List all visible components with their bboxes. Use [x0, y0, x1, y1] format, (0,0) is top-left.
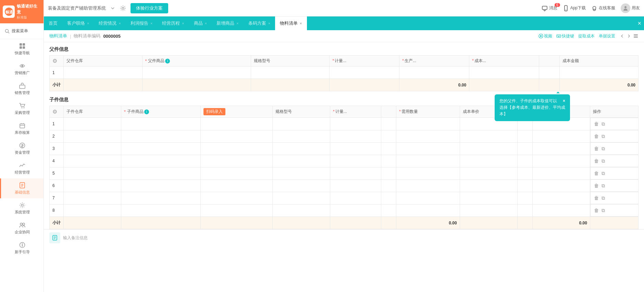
tab-goods-close[interactable]: ×: [205, 21, 207, 25]
sidebar-item-inventory[interactable]: 库存核算: [0, 119, 44, 139]
tab-business[interactable]: 经营情况 ×: [94, 16, 125, 30]
parent-goods-info-icon[interactable]: i: [165, 59, 170, 63]
sidebar-item-operations[interactable]: 经营管理: [0, 159, 44, 178]
tab-barcode-close[interactable]: ×: [268, 21, 270, 25]
sidebar-item-marketing[interactable]: 营销推广: [0, 59, 44, 79]
tab-new-goods[interactable]: 新增商品 ×: [212, 16, 243, 30]
parent-cell-cost[interactable]: [469, 67, 539, 79]
tab-business-close[interactable]: ×: [119, 21, 121, 25]
svg-rect-37: [634, 37, 638, 38]
gear-icon[interactable]: ⚙: [52, 58, 57, 64]
delete-btn-2[interactable]: 🗑: [593, 133, 599, 140]
parent-subtotal-label: 小计: [50, 79, 64, 91]
delete-btn-4[interactable]: 🗑: [593, 157, 599, 164]
user-btn[interactable]: 用友: [621, 3, 640, 13]
action-video[interactable]: 视频: [538, 33, 552, 39]
online-service-btn[interactable]: 在线客服: [591, 5, 615, 11]
child-col-scan: 扫码录入: [201, 106, 273, 118]
delete-btn-6[interactable]: 🗑: [593, 182, 599, 189]
child-gear-icon[interactable]: ⚙: [52, 109, 57, 115]
svg-point-11: [24, 107, 25, 108]
copy-btn-3[interactable]: ⧉: [601, 145, 606, 152]
app-logo[interactable]: 畅通 畅通诸好生意 标准版: [0, 0, 44, 23]
tab-customer[interactable]: 客户联络 ×: [62, 16, 94, 30]
copy-btn-4[interactable]: ⧉: [601, 157, 606, 165]
tab-bom-close[interactable]: ×: [300, 21, 302, 25]
tab-bar-close[interactable]: ×: [637, 20, 641, 27]
new-guide-icon: [19, 242, 26, 248]
sidebar-item-basic-info[interactable]: 基础信息: [0, 178, 44, 198]
action-extract-cost[interactable]: 提取成本: [578, 33, 595, 39]
dropdown-arrow-icon[interactable]: [110, 5, 115, 11]
settings-icon[interactable]: [120, 5, 126, 12]
breadcrumb-bom[interactable]: 物料清单: [49, 33, 67, 39]
main-content: 装备及固定资产辅助管理系统 体验行业方案 消息 6 App下载 在线客服: [44, 0, 644, 292]
list-view-icon[interactable]: [633, 33, 639, 39]
next-arrow-icon[interactable]: [626, 33, 632, 39]
child-cell-goods-1[interactable]: [121, 118, 201, 130]
child-table: ⚙ 子件仓库 *子件商品 i 扫码录入 规格型号: [49, 106, 639, 229]
child-cell-ops-1: 🗑 ⧉: [590, 118, 639, 130]
svg-rect-33: [559, 36, 560, 36]
action-single-setting[interactable]: 单据设置: [599, 33, 615, 39]
copy-btn-8[interactable]: ⧉: [601, 207, 606, 214]
tab-history-close[interactable]: ×: [182, 21, 184, 25]
copy-btn-1[interactable]: ⧉: [601, 120, 606, 128]
delete-btn-7[interactable]: 🗑: [593, 195, 599, 201]
parent-section-title: 父件信息: [49, 46, 639, 52]
delete-btn-8[interactable]: 🗑: [593, 207, 599, 214]
experience-btn[interactable]: 体验行业方案: [131, 3, 168, 13]
sidebar-item-enterprise[interactable]: 企业协同: [0, 218, 44, 238]
child-cell-warehouse-2[interactable]: [64, 130, 121, 142]
tab-home[interactable]: 首页: [44, 16, 62, 30]
delete-btn-3[interactable]: 🗑: [593, 145, 599, 152]
tab-barcode[interactable]: 条码方案 ×: [244, 16, 275, 30]
app-download-btn[interactable]: App下载: [563, 5, 586, 11]
sidebar-item-system[interactable]: 系统管理: [0, 198, 44, 218]
child-cell-warehouse-1[interactable]: [64, 118, 121, 130]
svg-rect-7: [23, 46, 25, 49]
tab-goods[interactable]: 商品 ×: [189, 16, 212, 30]
child-cell-unit-1[interactable]: [330, 118, 381, 130]
delete-btn-1[interactable]: 🗑: [593, 120, 599, 127]
prev-arrow-icon[interactable]: [619, 33, 625, 39]
tooltip-close-btn[interactable]: ×: [563, 98, 565, 104]
child-col-unit: *计量...: [330, 106, 381, 118]
child-cell-spec-1[interactable]: [272, 118, 330, 130]
parent-table-header: ⚙ 父件仓库 *父件商品 i 规格型号 *计量... *生产... *成本..: [50, 56, 639, 67]
sidebar-item-finance[interactable]: 资金管理: [0, 139, 44, 159]
enterprise-icon: [19, 222, 26, 229]
bottom-icon-btn[interactable]: [49, 232, 60, 243]
child-goods-info-icon[interactable]: i: [144, 109, 149, 114]
headset-icon: [591, 5, 597, 11]
child-cell-goods-2[interactable]: [121, 130, 201, 142]
parent-cell-unit[interactable]: [330, 67, 399, 79]
delete-btn-5[interactable]: 🗑: [593, 170, 599, 177]
copy-btn-6[interactable]: ⧉: [601, 182, 606, 189]
sidebar-item-new-guide[interactable]: 新手引导: [0, 238, 44, 258]
child-cell-qty-1[interactable]: [396, 118, 460, 130]
copy-btn-7[interactable]: ⧉: [601, 195, 606, 202]
message-btn[interactable]: 消息 6: [542, 5, 557, 11]
sidebar-item-quick-nav[interactable]: 快捷导航: [0, 39, 44, 59]
parent-col-unit: *计量...: [330, 56, 399, 67]
action-shortcut[interactable]: 快捷键: [556, 33, 574, 39]
copy-btn-2[interactable]: ⧉: [601, 133, 606, 140]
parent-cell-spec[interactable]: [251, 67, 330, 79]
sidebar-item-purchase[interactable]: 采购管理: [0, 99, 44, 119]
sidebar-item-sales[interactable]: 销售管理: [0, 79, 44, 99]
tab-bom[interactable]: 物料清单 ×: [275, 16, 307, 30]
parent-cell-goods[interactable]: [142, 67, 251, 79]
search-menu-btn[interactable]: 搜索菜单: [2, 26, 41, 36]
tab-profit[interactable]: 利润报告 ×: [126, 16, 157, 30]
copy-btn-5[interactable]: ⧉: [601, 170, 606, 177]
parent-cell-warehouse[interactable]: [64, 67, 143, 79]
parent-cell-production[interactable]: [399, 67, 469, 79]
tab-customer-close[interactable]: ×: [87, 21, 89, 25]
tab-history[interactable]: 经营历程 ×: [157, 16, 189, 30]
tab-profit-close[interactable]: ×: [150, 21, 152, 25]
parent-row-num: 1: [50, 67, 64, 79]
scan-input-btn[interactable]: 扫码录入: [203, 108, 225, 115]
tab-new-goods-close[interactable]: ×: [236, 21, 238, 25]
parent-col-cost: *成本...: [469, 56, 539, 67]
